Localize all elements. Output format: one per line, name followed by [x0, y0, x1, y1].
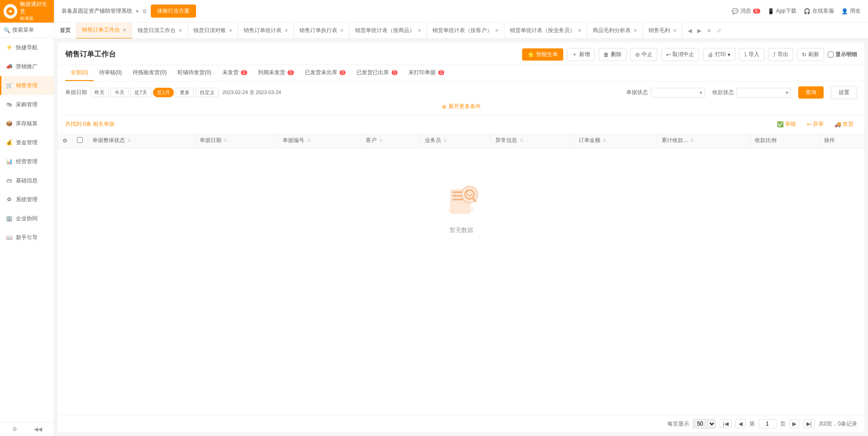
date-btn-7days[interactable]: 近7天: [130, 88, 151, 97]
tab-sales-profit[interactable]: 销售毛利 ✕: [643, 23, 682, 39]
select-all-checkbox[interactable]: [77, 137, 83, 143]
tab-order-exec[interactable]: 销售订单执行表 ✕: [294, 23, 350, 39]
sub-tab-pending-check[interactable]: 待拣验发货(0): [127, 65, 172, 81]
sidebar-item-system[interactable]: ⚙ 系统管理: [0, 190, 54, 209]
tab-daily-cash-close[interactable]: ✕: [178, 28, 182, 33]
table-scroll[interactable]: ⚙ 单据整体状态 ⇅ 单据日期 ⇅: [58, 133, 864, 415]
sub-tab-expired-not-ship[interactable]: 到期未发货 0: [253, 65, 299, 81]
sub-tab-shipped-out[interactable]: 已发货已出库 0: [351, 65, 403, 81]
last-page-btn[interactable]: ▶|: [803, 419, 815, 428]
unaudit-button[interactable]: ↩ 弃审: [803, 119, 827, 129]
sort-date-icon[interactable]: ⇅: [224, 138, 227, 143]
ship-button[interactable]: 🚚 发货: [831, 119, 857, 129]
settings-icon[interactable]: ⚙: [12, 426, 17, 432]
tab-margin-analysis-close[interactable]: ✕: [633, 28, 637, 33]
sort-staff-icon[interactable]: ⇅: [443, 138, 447, 143]
dropdown-icon[interactable]: ▾: [136, 8, 139, 14]
collapse-icon[interactable]: ◀◀: [34, 426, 42, 432]
sidebar-item-sales[interactable]: 🛒 销售管理: [0, 76, 54, 95]
sub-tab-not-printed[interactable]: 未打印单据 0: [403, 65, 450, 81]
prev-page-btn[interactable]: ◀: [735, 419, 746, 428]
export-button[interactable]: ⤴ 导出: [768, 48, 793, 61]
tab-order-stats[interactable]: 销售订单统计表 ✕: [238, 23, 294, 39]
date-btn-yesterday[interactable]: 昨天: [91, 88, 109, 97]
date-btn-custom[interactable]: 自定义: [196, 88, 219, 97]
next-tab-icon[interactable]: ▶: [695, 28, 703, 34]
tab-sales-stats-staff[interactable]: 销货单统计表（按业务员） ✕: [504, 23, 587, 39]
tab-daily-reconcile[interactable]: 钱货日清对账 ✕: [188, 23, 238, 39]
sidebar-item-inventory[interactable]: 📦 库存核算: [0, 114, 54, 133]
sort-received-icon[interactable]: ⇅: [690, 138, 694, 143]
delete-button[interactable]: 🗑 删除: [599, 48, 627, 61]
message-button[interactable]: 💬 消息 6: [732, 7, 760, 15]
date-btn-today[interactable]: 今天: [110, 88, 129, 97]
first-page-btn[interactable]: |◀: [719, 419, 731, 428]
app-download-button[interactable]: 📱 App下载: [767, 7, 796, 15]
solution-button[interactable]: 体验行业方案: [151, 5, 196, 18]
show-detail-checkbox-wrap[interactable]: 显示明细: [828, 51, 857, 58]
query-button[interactable]: 查询: [798, 86, 824, 99]
date-btn-more[interactable]: 更多: [176, 88, 194, 97]
sort-number-icon[interactable]: ⇅: [307, 138, 311, 143]
tab-sales-stats-customer[interactable]: 销货单统计表（按客户） ✕: [427, 23, 504, 39]
sort-abnormal-icon[interactable]: ⇅: [520, 138, 523, 143]
sub-tab-shipped-not-out[interactable]: 已发货未出库 0: [299, 65, 351, 81]
payment-select[interactable]: [737, 88, 791, 98]
tab-sales-stats-product[interactable]: 销货单统计表（按商品） ✕: [350, 23, 427, 39]
add-button[interactable]: ＋ 新增: [567, 48, 595, 61]
setting-button[interactable]: 设置: [831, 86, 857, 99]
user-button[interactable]: 👤 用友: [841, 7, 861, 15]
tab-sales-stats-customer-close[interactable]: ✕: [495, 28, 499, 33]
close-all-tabs-icon[interactable]: ✕: [705, 28, 713, 34]
sidebar-item-search[interactable]: 🔍 搜索菜单: [0, 23, 54, 38]
tab-daily-reconcile-close[interactable]: ✕: [229, 28, 232, 33]
topbar-right: 💬 消息 6 📱 App下载 🎧 在线客服 👤 用友: [732, 7, 861, 15]
tab-sales-order-close[interactable]: ✕: [123, 28, 126, 33]
col-settings-icon[interactable]: ⚙: [62, 137, 67, 144]
show-detail-checkbox[interactable]: [828, 52, 834, 57]
date-label: 单据日期: [65, 89, 87, 96]
tab-margin-analysis[interactable]: 商品毛利分析表 ✕: [587, 23, 643, 39]
tab-daily-cash[interactable]: 钱货日清工作台 ✕: [132, 23, 188, 39]
tab-order-exec-close[interactable]: ✕: [340, 28, 344, 33]
service-button[interactable]: 🎧 在线客服: [804, 7, 834, 15]
next-page-btn[interactable]: ▶: [789, 419, 800, 428]
sidebar-item-operation[interactable]: 📊 经营管理: [0, 152, 54, 171]
cancel-suspend-button[interactable]: ↩ 取消中止: [661, 48, 699, 61]
tab-home[interactable]: 首页: [54, 23, 77, 39]
sub-tab-wangpu-ship[interactable]: 旺铺待发货(0): [172, 65, 217, 81]
sidebar-item-basic[interactable]: 🗃 基础信息: [0, 171, 54, 190]
tab-sales-stats-staff-close[interactable]: ✕: [578, 28, 581, 33]
sidebar-item-guide[interactable]: 📖 新手引导: [0, 228, 54, 247]
sidebar-item-marketing[interactable]: 📣 营销推广: [0, 57, 54, 76]
sidebar-item-purchase[interactable]: 🛍 采购管理: [0, 95, 54, 114]
tab-sales-profit-close[interactable]: ✕: [673, 28, 676, 33]
prev-tab-icon[interactable]: ◀: [686, 28, 694, 34]
sidebar-item-enterprise[interactable]: 🏢 企业协同: [0, 209, 54, 228]
sub-tab-pending-review[interactable]: 待审核(0): [94, 65, 128, 81]
sub-tab-all[interactable]: 全部(0): [65, 65, 94, 81]
tab-sales-order[interactable]: 销售订单工作台 ✕: [77, 23, 132, 39]
expand-conditions-button[interactable]: ⊕ 展开更多条件: [442, 103, 481, 110]
suspend-button[interactable]: ⊘ 中止: [630, 48, 657, 61]
tab-order-stats-close[interactable]: ✕: [284, 28, 288, 33]
tab-sales-stats-product-close[interactable]: ✕: [417, 28, 421, 33]
sort-customer-icon[interactable]: ⇅: [379, 138, 383, 143]
status-select[interactable]: [651, 88, 705, 98]
sort-status-icon[interactable]: ⇅: [127, 138, 131, 143]
print-button[interactable]: 🖨 打印 ▾: [703, 48, 735, 61]
sidebar-item-finance[interactable]: 💰 资金管理: [0, 133, 54, 152]
import-button[interactable]: ⤵ 导入: [739, 48, 764, 61]
sub-tab-not-shipped[interactable]: 未发货 0: [217, 65, 253, 81]
sort-amount-icon[interactable]: ⇅: [603, 138, 606, 143]
page-input[interactable]: [758, 419, 777, 428]
review-button[interactable]: ✅ 审核: [773, 119, 800, 129]
sidebar-item-quick-nav[interactable]: ⚡ 快捷导航: [0, 38, 54, 57]
smart-create-button[interactable]: ⭐ 智能生单: [522, 48, 563, 61]
date-btn-1month[interactable]: 近1月: [153, 88, 174, 97]
topbar-settings-icon[interactable]: ⚙: [142, 8, 147, 14]
table-count: 共找到 0条 相关单据: [65, 120, 115, 128]
refresh-button[interactable]: ↻ 刷新: [797, 48, 824, 61]
page-size-select[interactable]: 50 10 20 100: [693, 419, 716, 429]
maximize-icon[interactable]: ⤢: [715, 28, 723, 34]
